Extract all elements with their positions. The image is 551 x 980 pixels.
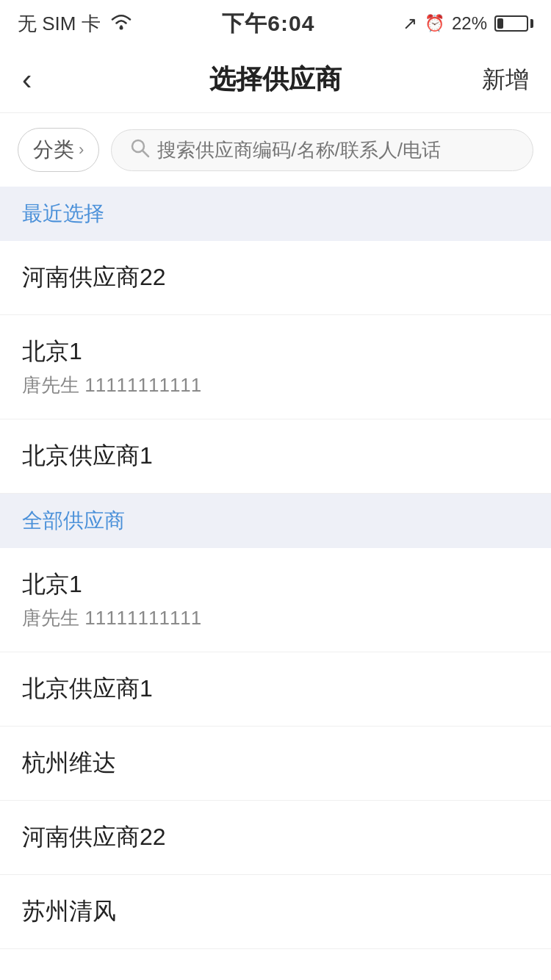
- list-item[interactable]: 北京1唐先生 11111111111: [0, 548, 551, 652]
- nav-bar: ‹ 选择供应商 新增: [0, 47, 551, 113]
- item-name: 北京供应商1: [22, 440, 529, 472]
- filter-row: 分类 ›: [0, 113, 551, 187]
- status-bar: 无 SIM 卡 下午6:04 ↗ ⏰ 22%: [0, 0, 551, 47]
- svg-line-2: [143, 151, 149, 156]
- list-item[interactable]: 北京供应商1: [0, 419, 551, 494]
- item-name: 北京供应商1: [22, 673, 529, 705]
- svg-point-0: [119, 26, 123, 29]
- list-item[interactable]: 北京供应商1: [0, 652, 551, 727]
- list-item[interactable]: 苏州清风: [0, 875, 551, 949]
- carrier-text: 无 SIM 卡: [18, 11, 101, 37]
- search-input[interactable]: [157, 139, 515, 162]
- item-name: 北京1: [22, 336, 529, 368]
- item-name: 苏州清风: [22, 896, 529, 928]
- item-name: 河南供应商22: [22, 262, 529, 294]
- list-item[interactable]: 杭州维达: [0, 727, 551, 801]
- category-label: 分类: [33, 136, 74, 164]
- battery-percentage: 22%: [452, 13, 487, 34]
- chevron-right-icon: ›: [79, 140, 84, 159]
- back-button[interactable]: ‹: [22, 63, 81, 96]
- recent-section-header: 最近选择: [0, 187, 551, 241]
- item-name: 杭州维达: [22, 747, 529, 779]
- status-right: ↗ ⏰ 22%: [403, 13, 533, 34]
- battery-icon: [494, 15, 533, 32]
- all-list: 北京1唐先生 11111111111北京供应商1杭州维达河南供应商22苏州清风: [0, 548, 551, 949]
- item-name: 北京1: [22, 569, 529, 601]
- list-item[interactable]: 河南供应商22: [0, 241, 551, 315]
- status-left: 无 SIM 卡: [18, 11, 134, 37]
- add-button[interactable]: 新增: [470, 64, 529, 96]
- search-icon: [129, 137, 150, 163]
- recent-list: 河南供应商22北京1唐先生 11111111111北京供应商1: [0, 241, 551, 494]
- location-icon: ↗: [403, 13, 417, 34]
- item-sub: 唐先生 11111111111: [22, 605, 529, 631]
- list-item[interactable]: 北京1唐先生 11111111111: [0, 315, 551, 419]
- category-filter[interactable]: 分类 ›: [18, 128, 99, 172]
- page-title: 选择供应商: [209, 62, 342, 98]
- item-name: 河南供应商22: [22, 821, 529, 854]
- item-sub: 唐先生 11111111111: [22, 372, 529, 398]
- wifi-icon: [108, 12, 134, 36]
- alarm-icon: ⏰: [425, 14, 444, 33]
- svg-point-1: [132, 140, 144, 152]
- search-box[interactable]: [111, 129, 533, 171]
- status-time: 下午6:04: [222, 9, 314, 39]
- list-item[interactable]: 河南供应商22: [0, 801, 551, 875]
- all-section-header: 全部供应商: [0, 494, 551, 548]
